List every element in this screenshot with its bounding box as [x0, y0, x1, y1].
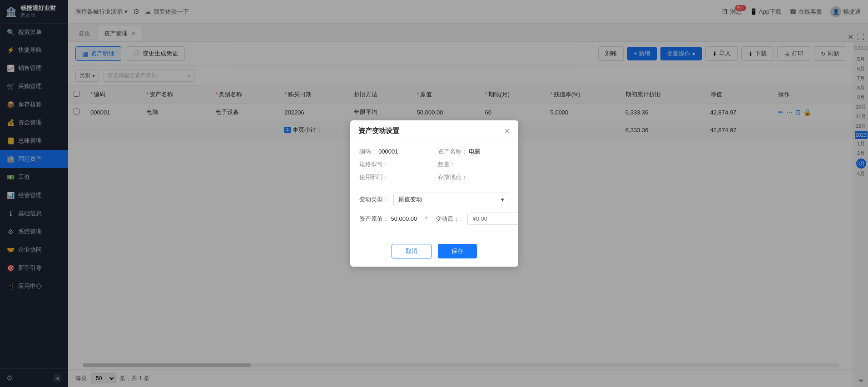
after-change-label: 变动后：: [436, 215, 463, 223]
modal-overlay: 资产变动设置 ✕ 编码： 000001 资产名称： 电脑 规格型号： 数量：: [0, 0, 868, 387]
modal-info-grid: 编码： 000001 资产名称： 电脑 规格型号： 数量： 使用部门：: [359, 148, 509, 181]
change-type-field: 变动类型： 原值变动 ▾: [359, 193, 509, 206]
modal-footer: 取消 保存: [350, 238, 518, 267]
change-type-select[interactable]: 原值变动 ▾: [393, 193, 509, 206]
modal-name-value: 电脑: [469, 148, 481, 155]
modal-name-label: 资产名称：: [438, 148, 467, 155]
change-type-value: 原值变动: [398, 195, 422, 203]
modal-dept-label: 使用部门：: [359, 174, 389, 180]
cancel-button[interactable]: 取消: [392, 244, 432, 258]
modal-name-item: 资产名称： 电脑: [438, 148, 509, 156]
modal-code-item: 编码： 000001: [359, 148, 431, 156]
after-change-input[interactable]: [467, 213, 518, 225]
modal-qty-label: 数量：: [438, 161, 456, 168]
required-star-icon: *: [425, 215, 427, 222]
modal-divider: [359, 187, 509, 187]
modal-qty-item: 数量：: [438, 160, 509, 169]
save-label: 保存: [451, 248, 463, 254]
modal-spec-item: 规格型号：: [359, 160, 431, 169]
modal-spec-label: 规格型号：: [359, 161, 389, 168]
original-value-label: 资产原值：: [359, 215, 387, 223]
modal-header: 资产变动设置 ✕: [350, 120, 518, 140]
modal-title: 资产变动设置: [358, 127, 399, 135]
modal-close-btn[interactable]: ✕: [504, 127, 510, 135]
modal-code-value: 000001: [378, 148, 398, 155]
change-type-label: 变动类型：: [359, 195, 389, 203]
modal-storage-item: 存放地点：: [438, 173, 509, 181]
modal-code-label: 编码：: [359, 148, 377, 155]
cancel-label: 取消: [406, 248, 417, 254]
original-value-field: 资产原值： 50,000.00 * 变动后：: [359, 213, 509, 225]
original-value-value: 50,000.00: [391, 215, 417, 222]
asset-change-modal: 资产变动设置 ✕ 编码： 000001 资产名称： 电脑 规格型号： 数量：: [350, 120, 518, 267]
modal-dept-item: 使用部门：: [359, 173, 431, 181]
save-button[interactable]: 保存: [438, 244, 477, 258]
modal-body: 编码： 000001 资产名称： 电脑 规格型号： 数量： 使用部门：: [350, 140, 518, 238]
change-type-dropdown-icon: ▾: [501, 196, 504, 203]
modal-storage-label: 存放地点：: [438, 174, 467, 180]
